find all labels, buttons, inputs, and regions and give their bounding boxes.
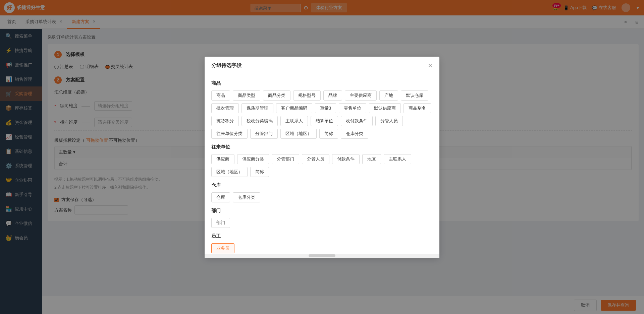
field-tag[interactable]: 区域（地区） — [211, 167, 248, 177]
modal-overlay: 分组待选字段 ✕ 商品 商品 商品类型 商品分类 规格型号 品牌 主要供应商 产… — [0, 0, 644, 314]
field-tag[interactable]: 客户商品编码 — [276, 103, 312, 113]
field-tag[interactable]: 重量3 — [315, 103, 336, 113]
modal: 分组待选字段 ✕ 商品 商品 商品类型 商品分类 规格型号 品牌 主要供应商 产… — [205, 57, 439, 258]
warehouse-fields: 仓库 仓库分类 — [211, 192, 433, 202]
product-fields: 商品 商品类型 商品分类 规格型号 品牌 主要供应商 产地 默认仓库 批次管理 … — [211, 90, 433, 139]
modal-close-button[interactable]: ✕ — [428, 62, 433, 69]
field-tag[interactable]: 品牌 — [323, 90, 342, 101]
modal-title: 分组待选字段 — [211, 62, 241, 69]
section-title-partner: 往来单位 — [211, 144, 433, 150]
partner-fields: 供应商 供应商分类 分管部门 分管人员 付款条件 地区 主联系人 区域（地区） … — [211, 154, 433, 177]
dept-fields: 部门 — [211, 218, 433, 228]
field-tag[interactable]: 产地 — [379, 90, 398, 101]
field-tag[interactable]: 商品别名 — [404, 103, 431, 113]
field-tag[interactable]: 仓库 — [211, 192, 230, 202]
field-tag[interactable]: 往来单位分类 — [211, 129, 248, 139]
field-tag[interactable]: 供应商分类 — [237, 154, 269, 164]
modal-scroll-thumb[interactable] — [309, 254, 335, 257]
field-tag[interactable]: 主要供应商 — [345, 90, 377, 101]
modal-scroll-bottom[interactable] — [205, 254, 439, 258]
field-tag[interactable]: 结算单位 — [311, 116, 338, 126]
field-tag[interactable]: 部门 — [211, 218, 230, 228]
field-tag[interactable]: 分管部门 — [250, 129, 278, 139]
field-tag[interactable]: 商品分类 — [263, 90, 290, 101]
field-tag[interactable]: 零售单位 — [339, 103, 366, 113]
field-tag[interactable]: 仓库分类 — [233, 192, 260, 202]
employee-fields: 业务员 — [211, 243, 433, 253]
field-tag[interactable]: 简称 — [319, 129, 338, 139]
field-tag[interactable]: 供应商 — [211, 154, 234, 164]
field-tag[interactable]: 规格型号 — [293, 90, 321, 101]
field-tag[interactable]: 税收分类编码 — [241, 116, 278, 126]
field-tag[interactable]: 地区 — [362, 154, 381, 164]
section-title-dept: 部门 — [211, 208, 433, 214]
field-tag[interactable]: 分管人员 — [302, 154, 329, 164]
field-tag[interactable]: 仓库分类 — [341, 129, 368, 139]
field-tag[interactable]: 批次管理 — [211, 103, 239, 113]
section-title-warehouse: 仓库 — [211, 182, 433, 188]
field-tag[interactable]: 简称 — [250, 167, 269, 177]
modal-body: 商品 商品 商品类型 商品分类 规格型号 品牌 主要供应商 产地 默认仓库 批次… — [205, 75, 439, 254]
field-tag[interactable]: 分管部门 — [272, 154, 299, 164]
field-tag[interactable]: 拣货积分 — [211, 116, 239, 126]
section-title-employee: 员工 — [211, 233, 433, 239]
field-tag[interactable]: 主联系人 — [384, 154, 411, 164]
section-title-product: 商品 — [211, 80, 433, 86]
modal-header: 分组待选字段 ✕ — [205, 57, 439, 75]
field-tag[interactable]: 区域（地区） — [280, 129, 317, 139]
field-tag[interactable]: 付款条件 — [332, 154, 360, 164]
field-tag[interactable]: 分管人员 — [375, 116, 403, 126]
field-tag[interactable]: 商品 — [211, 90, 230, 101]
field-tag-selected[interactable]: 业务员 — [211, 243, 234, 253]
field-tag[interactable]: 默认仓库 — [401, 90, 428, 101]
field-tag[interactable]: 商品类型 — [233, 90, 260, 101]
field-tag[interactable]: 保质期管理 — [241, 103, 273, 113]
field-tag[interactable]: 主联系人 — [280, 116, 308, 126]
field-tag[interactable]: 默认供应商 — [369, 103, 401, 113]
field-tag[interactable]: 收付款条件 — [341, 116, 373, 126]
